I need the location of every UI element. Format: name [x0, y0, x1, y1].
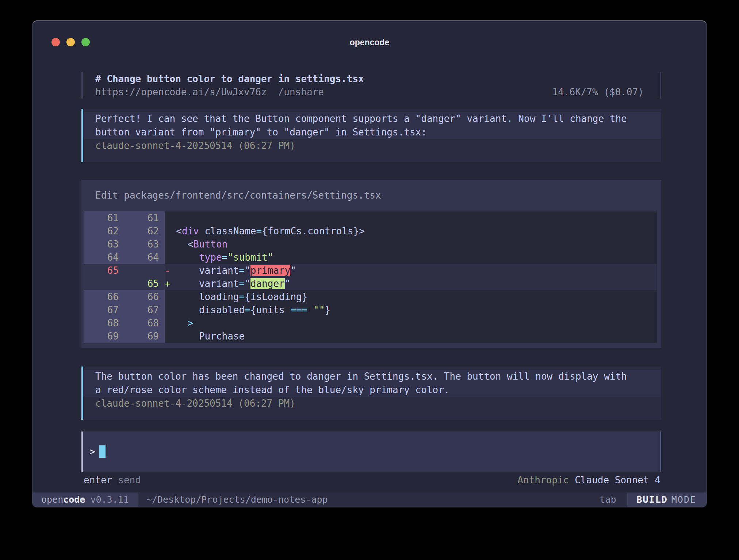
- opencode-window: opencode # Change button color to danger…: [32, 20, 707, 507]
- code-token: className: [199, 226, 256, 237]
- old-line-number: 64: [84, 251, 119, 264]
- diff-row: 6262 <div className={formCs.controls}>: [84, 225, 657, 238]
- code-token: ": [285, 278, 291, 289]
- enter-key-hint: enter: [84, 474, 112, 486]
- app-name-regular: open: [41, 494, 63, 505]
- code-token: danger: [250, 278, 285, 289]
- edit-tool-title: Edit packages/frontend/src/containers/Se…: [84, 180, 657, 211]
- code-token: div: [182, 226, 199, 237]
- code-token: variant: [171, 278, 239, 289]
- diff-row: 6363 <Button: [84, 238, 657, 251]
- prompt-symbol: >: [89, 446, 95, 457]
- code-token: variant: [171, 265, 239, 276]
- diff-row: 6969 Purchase: [84, 330, 657, 343]
- code-token: ===: [290, 304, 307, 315]
- code-token: ": [290, 265, 296, 276]
- old-line-number: 62: [84, 225, 119, 238]
- code-token: "submit": [227, 252, 273, 263]
- code-token: }: [325, 304, 330, 315]
- old-line-number: 69: [84, 330, 119, 343]
- diff-row: 6666 loading={isLoading}: [84, 290, 657, 303]
- diff-gutter: 6666: [84, 290, 165, 303]
- diff-gutter: 6363: [84, 238, 165, 251]
- code-token: [165, 318, 188, 329]
- new-line-number: 69: [119, 330, 159, 343]
- diff-row: 6868 >: [84, 317, 657, 330]
- code-token: [307, 304, 313, 315]
- status-bar: opencodev0.3.11 ~/Desktop/Projects/demo-…: [32, 492, 707, 507]
- unshare-command: /unshare: [278, 85, 324, 99]
- diff-gutter: 6262: [84, 225, 165, 238]
- code-token: =: [239, 278, 245, 289]
- message-line: Perfect! I can see that the Button compo…: [83, 112, 661, 126]
- code-token: =: [239, 265, 245, 276]
- code-token: <: [165, 226, 182, 237]
- code-token: =: [256, 226, 262, 237]
- diff-code-line: + variant="danger": [165, 277, 657, 290]
- old-line-number: 66: [84, 290, 119, 303]
- app-name-bold: code: [63, 494, 85, 505]
- app-version-segment: opencodev0.3.11: [32, 492, 138, 507]
- code-token: Purchase: [165, 331, 245, 342]
- code-token: =: [245, 304, 250, 315]
- mode-suffix: MODE: [671, 494, 696, 505]
- diff-code-line: type="submit": [165, 251, 657, 264]
- mode-indicator: BUILDMODE: [627, 492, 707, 507]
- new-line-number: 63: [119, 238, 159, 251]
- session-header: # Change button color to danger in setti…: [81, 72, 661, 99]
- assistant-message: The button color has been changed to dan…: [81, 367, 661, 420]
- app-version: v0.3.11: [90, 494, 129, 505]
- code-token: =: [222, 252, 228, 263]
- diff-code-line: <Button: [165, 238, 657, 251]
- message-model-timestamp: claude-sonnet-4-20250514 (06:27 PM): [83, 139, 661, 153]
- code-token: "": [313, 304, 325, 315]
- code-token: {formCs.controls}>: [262, 226, 365, 237]
- old-line-number: 61: [84, 211, 119, 225]
- diff-table: 61616262 <div className={formCs.controls…: [84, 211, 657, 343]
- message-line: a red/rose color scheme instead of the b…: [83, 383, 661, 397]
- diff-gutter: 65: [84, 264, 165, 277]
- code-token: {units: [250, 304, 291, 315]
- code-token: disabled: [165, 304, 245, 315]
- diff-gutter: 6767: [84, 303, 165, 317]
- new-line-number: [119, 264, 159, 277]
- model-label: Claude Sonnet 4: [575, 474, 660, 486]
- diff-gutter: 65: [84, 277, 165, 290]
- diff-row: 6464 type="submit": [84, 251, 657, 264]
- code-token: >: [188, 318, 194, 329]
- new-line-number: 68: [119, 317, 159, 330]
- diff-code-line: [165, 211, 657, 225]
- code-token: =: [239, 291, 245, 302]
- new-line-number: 66: [119, 290, 159, 303]
- new-line-number: 64: [119, 251, 159, 264]
- window-titlebar: opencode: [32, 21, 707, 58]
- diff-code-line: disabled={units === ""}: [165, 303, 657, 317]
- diff-code-line: Purchase: [165, 330, 657, 343]
- new-line-number: 67: [119, 303, 159, 317]
- code-token: ": [245, 265, 250, 276]
- session-title: # Change button color to danger in setti…: [95, 72, 644, 85]
- diff-code-line: loading={isLoading}: [165, 290, 657, 303]
- message-model-timestamp: claude-sonnet-4-20250514 (06:27 PM): [83, 397, 661, 410]
- mode-name: BUILD: [637, 494, 668, 505]
- hint-row: enter send Anthropic Claude Sonnet 4: [84, 474, 660, 486]
- diff-row: 65+ variant="danger": [84, 277, 657, 290]
- diff-gutter: 6969: [84, 330, 165, 343]
- diff-code-line: - variant="primary": [165, 264, 657, 277]
- share-url-link[interactable]: https://opencode.ai/s/UwJxv76z: [95, 85, 267, 99]
- prompt-input[interactable]: >: [81, 431, 661, 472]
- provider-label: Anthropic: [517, 474, 569, 486]
- new-line-number: 62: [119, 225, 159, 238]
- code-token: [165, 252, 199, 263]
- window-title: opencode: [32, 36, 707, 49]
- diff-row: 6767 disabled={units === ""}: [84, 303, 657, 317]
- new-line-number: 61: [119, 211, 159, 225]
- old-line-number: 68: [84, 317, 119, 330]
- old-line-number: 67: [84, 303, 119, 317]
- diff-code-line: >: [165, 317, 657, 330]
- code-token: type: [199, 252, 222, 263]
- assistant-message: Perfect! I can see that the Button compo…: [81, 109, 661, 162]
- working-directory: ~/Desktop/Projects/demo-notes-app: [146, 492, 328, 507]
- removed-line-marker: -: [165, 265, 171, 276]
- code-token: loading: [165, 291, 239, 302]
